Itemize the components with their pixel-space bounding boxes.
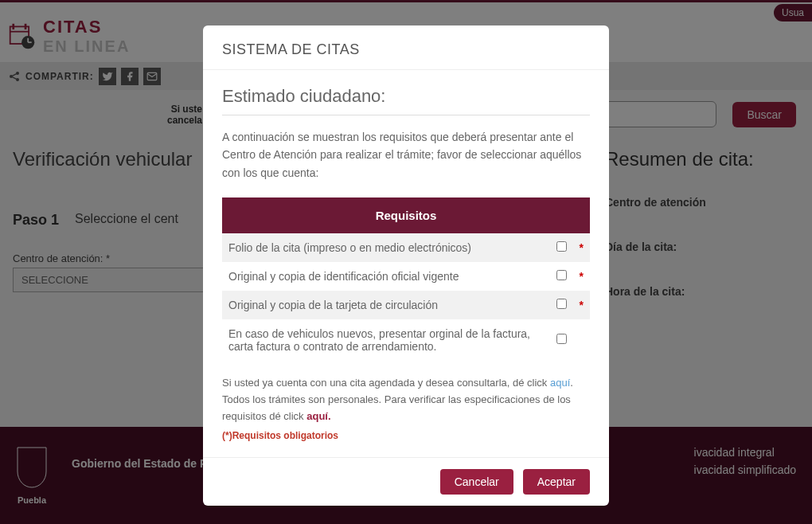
mandatory-note: (*)Requisitos obligatorios bbox=[222, 430, 590, 441]
modal-title: SISTEMA DE CITAS bbox=[203, 25, 609, 70]
req-text: Original y copia de la tarjeta de circul… bbox=[222, 291, 550, 319]
req-checkbox[interactable] bbox=[556, 270, 567, 280]
modal-intro: A continuación se muestran los requisito… bbox=[222, 128, 590, 182]
cancel-button[interactable]: Cancelar bbox=[440, 469, 513, 495]
req-mandatory-icon: * bbox=[573, 233, 590, 262]
specs-link[interactable]: aquí. bbox=[306, 410, 330, 422]
req-text: Folio de la cita (impreso o en medio ele… bbox=[222, 233, 550, 262]
accept-button[interactable]: Aceptar bbox=[523, 469, 590, 495]
req-text: En caso de vehiculos nuevos, presentar o… bbox=[222, 319, 550, 361]
consult-text: Si usted ya cuenta con una cita agendada… bbox=[222, 377, 550, 389]
modal-overlay: SISTEMA DE CITAS Estimado ciudadano: A c… bbox=[0, 0, 812, 524]
modal-greeting: Estimado ciudadano: bbox=[222, 86, 590, 115]
req-mandatory-icon: * bbox=[573, 291, 590, 319]
req-checkbox[interactable] bbox=[556, 299, 567, 309]
req-text: Original y copia de identificación ofici… bbox=[222, 262, 550, 291]
requirements-header: Requisitos bbox=[222, 197, 590, 233]
modal-dialog: SISTEMA DE CITAS Estimado ciudadano: A c… bbox=[203, 25, 609, 506]
req-checkbox[interactable] bbox=[556, 241, 567, 252]
consult-link[interactable]: aquí bbox=[550, 377, 570, 389]
specs-text: Todos los trámites son personales. Para … bbox=[222, 393, 571, 422]
req-checkbox[interactable] bbox=[556, 334, 567, 344]
req-mandatory-icon: * bbox=[573, 262, 590, 291]
